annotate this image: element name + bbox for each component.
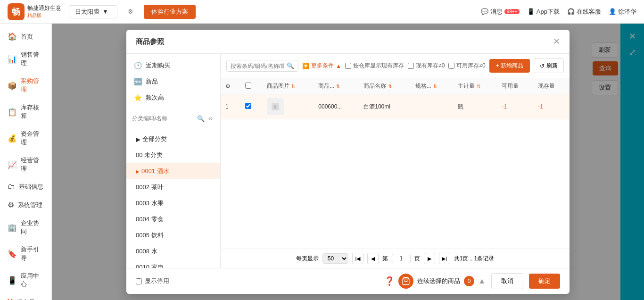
- sidebar-item-vip[interactable]: V 畅会员: [0, 293, 51, 300]
- sidebar-item-app-center[interactable]: 📱 应用中心: [0, 267, 51, 293]
- cell-checkbox[interactable]: [240, 94, 262, 119]
- pagination-bar: 每页显示 50 10 20 100 |◀ ◀ 第 页: [221, 249, 570, 268]
- sidebar-item-system[interactable]: ⚙ 系统管理: [0, 196, 51, 214]
- checkbox-stock-nonzero[interactable]: 现有库存≠0: [408, 62, 445, 70]
- message-icon: 💬: [481, 8, 488, 15]
- cell-unit: 瓶: [453, 94, 497, 119]
- recent-purchase-item[interactable]: 🕐 近期购买: [126, 58, 220, 74]
- th-name[interactable]: 商品名称⇅: [359, 78, 411, 94]
- sidebar-item-purchase[interactable]: 📦 采购管理: [0, 72, 51, 99]
- modal-dialog: 商品参照 ✕ 🕐 近期购买 🆕 新品: [126, 30, 570, 294]
- modal-footer: 显示停用 ❓ 连续选择的商品 0 ▲ 取消 确定: [126, 268, 570, 294]
- category-item-0002[interactable]: 0002 茶叶: [126, 179, 220, 195]
- new-icon: 🆕: [134, 78, 142, 85]
- checkbox-available-nonzero[interactable]: 可用库存≠0: [448, 62, 485, 70]
- cancel-button[interactable]: 取消: [491, 273, 523, 289]
- collapse-cart-button[interactable]: ▲: [478, 277, 486, 285]
- triangle-icon: ▶: [136, 136, 140, 143]
- search-input[interactable]: [231, 63, 284, 69]
- sort-icon-unit: ⇅: [477, 83, 480, 89]
- page-size-select[interactable]: 50 10 20 100: [322, 253, 348, 264]
- add-product-button[interactable]: + 新增商品: [489, 59, 530, 73]
- show-disabled-checkbox[interactable]: 显示停用: [136, 277, 169, 285]
- category-item-0004[interactable]: 0004 零食: [126, 211, 220, 227]
- next-page-button[interactable]: ▶: [424, 253, 435, 264]
- filter-button[interactable]: 🔽 更多条件 ▲: [302, 62, 341, 70]
- top-nav: 畅 畅捷通好生意 精品版 日太阳膜 ▼ ⚙ 体验行业方案 💬 消息 99++ 📱…: [0, 0, 644, 24]
- table-row[interactable]: 1 图 000600... 白酒100ml: [221, 94, 570, 119]
- checkbox-warehouse-input[interactable]: [345, 63, 351, 69]
- home-icon: 🏠: [8, 32, 17, 41]
- show-disabled-input[interactable]: [136, 278, 142, 284]
- online-service-button[interactable]: 🎧 在线客服: [567, 8, 601, 16]
- main-layout: 🏠 首页 📊 销售管理 📦 采购管理 📋 库存核算 💰 资金管理 📈 经营管理 …: [0, 24, 644, 300]
- modal-header: 商品参照 ✕: [126, 30, 570, 54]
- collapse-button[interactable]: «: [206, 112, 215, 125]
- help-icon[interactable]: ❓: [384, 276, 395, 286]
- prev-page-button[interactable]: ◀: [367, 253, 379, 264]
- app-download-button[interactable]: 📱 App下载: [527, 8, 560, 16]
- category-item-0010[interactable]: 0010 家电: [126, 259, 220, 268]
- clock-icon: 🕐: [134, 62, 142, 69]
- nav-selector[interactable]: 日太阳膜 ▼: [69, 5, 117, 18]
- table-area: ⚙ 商品图片⇅ 商品...⇅: [221, 78, 570, 249]
- category-item-0001[interactable]: ▶ 0001 酒水: [126, 163, 220, 179]
- sidebar-item-finance[interactable]: 💰 资金管理: [0, 125, 51, 151]
- gear-button[interactable]: ⚙: [123, 4, 138, 19]
- category-item-0003[interactable]: 0003 水果: [126, 195, 220, 211]
- app-center-icon: 📱: [8, 276, 17, 285]
- experience-button[interactable]: 体验行业方案: [144, 5, 196, 19]
- th-unit[interactable]: 主计量⇅: [453, 78, 497, 94]
- messages-button[interactable]: 💬 消息 99++: [481, 8, 520, 16]
- cell-image: 图: [262, 94, 314, 119]
- th-spec[interactable]: 规格...⇅: [411, 78, 453, 94]
- all-category-item[interactable]: ▶ 全部分类: [126, 131, 220, 147]
- confirm-button[interactable]: 确定: [529, 274, 560, 289]
- cell-name: 白酒100ml: [359, 94, 411, 119]
- user-profile[interactable]: 👤 徐泽华: [609, 8, 636, 16]
- new-items-item[interactable]: 🆕 新品: [126, 74, 220, 90]
- sidebar-item-guide[interactable]: 🔖 新手引导: [0, 241, 51, 267]
- search-icon[interactable]: 🔍: [287, 62, 294, 69]
- sidebar-item-sales[interactable]: 📊 销售管理: [0, 46, 51, 72]
- category-search-area: 🔍 «: [126, 109, 220, 127]
- category-item-0005[interactable]: 0005 饮料: [126, 227, 220, 243]
- logo-area: 畅 畅捷通好生意 精品版: [8, 3, 61, 20]
- checkbox-available-input[interactable]: [448, 63, 454, 69]
- th-checkbox[interactable]: [240, 78, 262, 94]
- cart-icon[interactable]: [398, 274, 413, 289]
- page-number-input[interactable]: [392, 254, 411, 263]
- sidebar-item-inventory[interactable]: 📋 库存核算: [0, 99, 51, 125]
- category-item-00[interactable]: 00 未分类: [126, 147, 220, 163]
- category-item-0008[interactable]: 0008 水: [126, 243, 220, 259]
- sidebar-item-home[interactable]: 🏠 首页: [0, 27, 51, 46]
- active-arrow-icon: ▶: [136, 169, 140, 174]
- sidebar-item-operations[interactable]: 📈 经营管理: [0, 151, 51, 178]
- cell-stock: -1: [533, 94, 570, 119]
- refresh-button[interactable]: ↺ 刷新: [534, 58, 564, 73]
- first-page-button[interactable]: |◀: [352, 253, 363, 264]
- cell-available: -1: [497, 94, 533, 119]
- select-all-checkbox[interactable]: [245, 83, 251, 89]
- logo-text: 畅捷通好生意 精品版: [27, 5, 61, 18]
- sidebar-item-enterprise[interactable]: 🏢 企业协同: [0, 214, 51, 241]
- message-badge: 99++: [504, 9, 520, 14]
- row-checkbox[interactable]: [245, 103, 251, 109]
- th-available[interactable]: 可用量: [497, 78, 533, 94]
- inventory-icon: 📋: [8, 108, 17, 117]
- category-search-input[interactable]: [132, 115, 195, 122]
- checkbox-warehouse[interactable]: 按仓库显示现有库存: [345, 62, 404, 70]
- th-code[interactable]: 商品...⇅: [314, 78, 359, 94]
- th-image[interactable]: 商品图片⇅: [262, 78, 314, 94]
- search-icon[interactable]: 🔍: [197, 115, 205, 122]
- modal-close-button[interactable]: ✕: [553, 36, 560, 47]
- th-settings[interactable]: ⚙: [221, 78, 240, 94]
- th-stock[interactable]: 现存量: [533, 78, 570, 94]
- checkbox-stock-input[interactable]: [408, 63, 414, 69]
- sort-icon: ⇅: [291, 83, 295, 89]
- last-page-button[interactable]: ▶|: [439, 253, 450, 264]
- svg-text:图: 图: [273, 105, 277, 109]
- frequent-item[interactable]: ⭐ 频次高: [126, 90, 220, 106]
- sidebar-item-basic-info[interactable]: 🗂 基础信息: [0, 178, 51, 196]
- toolbar: 🔍 🔽 更多条件 ▲ 按仓库显示现有库存: [221, 54, 570, 78]
